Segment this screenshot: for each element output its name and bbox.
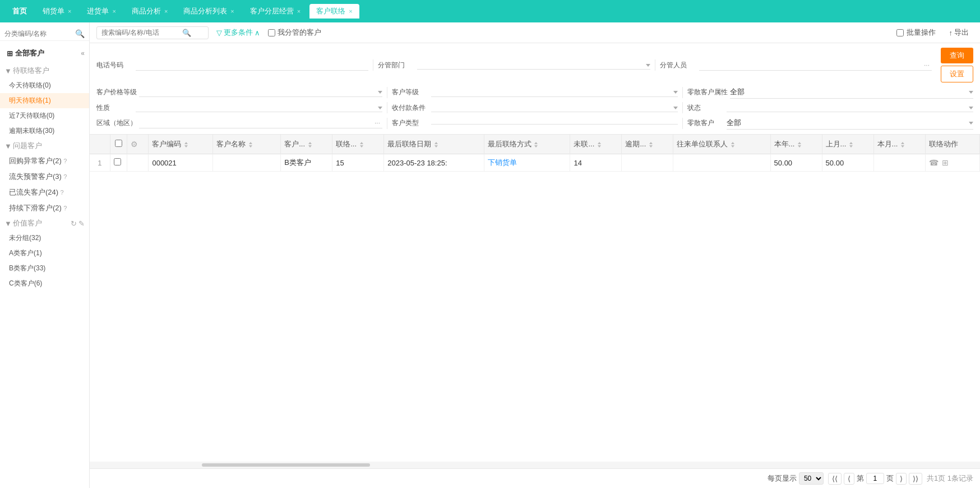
retail-attr-label: 零散客户属性 (687, 88, 730, 97)
grid-action-icon[interactable]: ⊞ (942, 158, 949, 167)
page-size-select[interactable]: 50 (799, 472, 824, 485)
more-conditions-btn[interactable]: ▽ 更多条件 ∧ (213, 26, 264, 39)
col-customer-code[interactable]: 客户编码 (149, 135, 213, 154)
search-box[interactable]: 🔍 (96, 26, 209, 39)
my-customers-check[interactable] (268, 29, 275, 36)
close-icon[interactable]: × (112, 8, 115, 15)
nav-item-analysis-list[interactable]: 商品分析列表 × (177, 4, 241, 19)
col-last-contact-date[interactable]: 最后联络日期 (384, 135, 484, 154)
row-overdue (622, 154, 673, 172)
settings-btn[interactable]: 设置 (941, 66, 973, 82)
close-icon[interactable]: × (349, 8, 352, 15)
select-all-checkbox[interactable] (115, 140, 122, 147)
nav-home[interactable]: 首页 (6, 4, 34, 19)
status-select[interactable] (727, 103, 973, 112)
col-contact-person[interactable]: 往来单位联系人 (673, 135, 770, 154)
sidebar-search-input[interactable] (4, 30, 75, 38)
value-grade-select[interactable] (139, 88, 382, 97)
batch-checkbox[interactable] (896, 29, 904, 36)
sidebar-item-churn-warn[interactable]: 流失预警客户(3) ? (0, 169, 89, 185)
row-checkbox[interactable] (110, 154, 127, 172)
batch-ops-btn[interactable]: 批量操作 (892, 26, 940, 39)
nav-item-sales[interactable]: 销货单 × (36, 4, 78, 19)
retail-select[interactable]: 全部 (727, 117, 973, 130)
next-page-btn[interactable]: ⟩ (896, 473, 907, 485)
col-last-contact-method[interactable]: 最后联络方式 (484, 135, 570, 154)
filter-actions: 查询 设置 (941, 48, 973, 82)
sidebar-item-a-class[interactable]: A类客户(1) (0, 246, 89, 261)
edit-icon[interactable]: ✎ (78, 219, 85, 228)
col-contact[interactable]: 联络... (332, 135, 384, 154)
col-not-contacted[interactable]: 未联... (570, 135, 622, 154)
last-page-btn[interactable]: ⟩⟩ (909, 473, 922, 485)
sidebar-item-b-class[interactable]: B类客户(33) (0, 261, 89, 276)
first-page-btn[interactable]: ⟨⟨ (828, 473, 842, 485)
filter-bar: 🔍 ▽ 更多条件 ∧ 我分管的客户 批量操作 ↑ 导出 (90, 22, 980, 43)
prev-page-btn[interactable]: ⟨ (844, 473, 854, 485)
sidebar-all-customers[interactable]: ⊞ 全部客户 (3, 45, 49, 61)
settings-gear-icon[interactable]: ⚙ (131, 140, 138, 149)
chevron-down-icon (378, 89, 382, 95)
table-footer: 每页显示 50 ⟨⟨ ⟨ 第 页 ⟩ ⟩⟩ 共1页 1条记录 (90, 468, 980, 488)
payment-field: 收付款条件 (392, 103, 678, 113)
scrollbar-thumb[interactable] (202, 463, 370, 467)
row-select-checkbox[interactable] (114, 158, 121, 165)
dept-select[interactable] (417, 61, 650, 70)
phone-input[interactable] (136, 60, 368, 71)
divider (387, 118, 387, 129)
divider (682, 87, 683, 98)
chevron-up-icon: ∧ (255, 29, 260, 37)
export-btn[interactable]: ↑ 导出 (945, 26, 974, 39)
sidebar-item-7days[interactable]: 近7天待联络(0) (0, 108, 89, 123)
region-select[interactable]: ··· (139, 118, 382, 128)
close-icon[interactable]: × (297, 8, 301, 15)
search-input[interactable] (101, 29, 180, 36)
value-grade-label: 客户价格等级 (96, 88, 139, 97)
sidebar-item-c-class[interactable]: C类客户(6) (0, 276, 89, 291)
sidebar-item-tomorrow[interactable]: 明天待联络(1) (0, 93, 89, 108)
sidebar-item-ungrouped[interactable]: 未分组(32) (0, 231, 89, 246)
col-this-month[interactable]: 本月... (873, 135, 925, 154)
close-icon[interactable]: × (230, 8, 234, 15)
sidebar-item-churned[interactable]: 已流失客户(24) ? (0, 185, 89, 200)
nature-select[interactable] (136, 103, 382, 112)
search-icon[interactable]: 🔍 (75, 29, 85, 38)
sidebar-search-box[interactable]: 🔍 (0, 27, 89, 41)
retail-attr-select[interactable]: 全部 (730, 86, 973, 99)
customer-type-select[interactable] (431, 122, 678, 125)
more-icon[interactable]: ··· (922, 61, 932, 69)
close-icon[interactable]: × (68, 8, 71, 15)
sidebar-item-abnormal[interactable]: 回购异常客户(2) ? (0, 153, 89, 169)
close-icon[interactable]: × (164, 8, 168, 15)
phone-icon[interactable]: ☎ (929, 158, 939, 167)
row-contact: 15 (332, 154, 384, 172)
page-number-input[interactable] (866, 473, 884, 484)
person-select[interactable]: ··· (699, 60, 932, 71)
more-icon[interactable]: ··· (372, 119, 382, 127)
sidebar-item-declining[interactable]: 持续下滑客户(2) ? (0, 200, 89, 216)
customer-grade-select[interactable] (431, 88, 678, 97)
col-this-year[interactable]: 本年... (770, 135, 822, 154)
row-last-contact-date: 2023-05-23 18:25: (384, 154, 484, 172)
nav-item-customer-contact[interactable]: 客户联络 × (309, 4, 359, 19)
chevron-down-icon (673, 89, 678, 95)
nav-item-purchase[interactable]: 进货单 × (80, 4, 122, 19)
my-customers-checkbox[interactable]: 我分管的客户 (268, 27, 321, 38)
sidebar-item-overdue[interactable]: 逾期未联络(30) (0, 123, 89, 139)
col-customer-type[interactable]: 客户... (281, 135, 332, 154)
col-last-month[interactable]: 上月... (822, 135, 873, 154)
col-overdue[interactable]: 逾期... (622, 135, 673, 154)
search-icon[interactable]: 🔍 (182, 29, 191, 37)
refresh-icon[interactable]: ↻ (71, 219, 77, 228)
collapse-icon[interactable]: « (81, 49, 85, 57)
query-btn[interactable]: 查询 (941, 48, 973, 63)
col-customer-name[interactable]: 客户名称 (213, 135, 281, 154)
nature-label: 性质 (96, 103, 136, 113)
payment-select[interactable] (431, 103, 678, 112)
nav-item-analysis[interactable]: 商品分析 × (125, 4, 174, 19)
sidebar-item-today[interactable]: 今天待联络(0) (0, 78, 89, 93)
nav-item-customer-ops[interactable]: 客户分层经营 × (243, 4, 307, 19)
row-action: ☎ ⊞ (925, 154, 979, 172)
adv-filter: 电话号码 分管部门 分管人员 ··· (90, 43, 980, 135)
sort-arrows (249, 142, 252, 148)
